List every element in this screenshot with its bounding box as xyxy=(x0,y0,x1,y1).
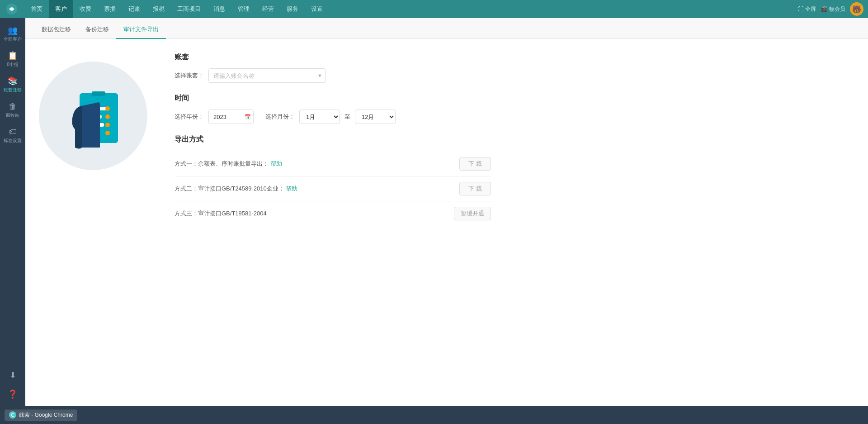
sidebar: 👥 全部客户 📋 0申报 📚 账套迁移 🗑 回收站 🏷 标签设置 ⬇ ❓ xyxy=(0,18,25,406)
time-section: 时间 选择年份： 📅 选择月份： 1月 2月 3月 4月 xyxy=(175,94,491,124)
svg-point-8 xyxy=(105,106,110,111)
nav-items: 首页 客户 收费 票据 记账 报税 工商项目 消息 管理 经营 服务 设置 xyxy=(24,0,798,18)
sidebar-item-recycle[interactable]: 🗑 回收站 xyxy=(0,98,25,123)
nav-customer[interactable]: 客户 xyxy=(49,0,73,18)
method-2-link[interactable]: 帮助 xyxy=(286,185,297,192)
nav-accounting[interactable]: 记账 xyxy=(122,0,146,18)
nav-message[interactable]: 消息 xyxy=(207,0,231,18)
export-method-2: 方式二：审计接口GB/T24589-2010企业： 帮助 下 载 xyxy=(175,176,491,201)
account-section: 账套 选择账套： ▼ xyxy=(175,52,491,83)
nav-home[interactable]: 首页 xyxy=(24,0,49,18)
method-2-text: 方式二：审计接口GB/T24589-2010企业： 帮助 xyxy=(175,185,297,193)
nav-service[interactable]: 服务 xyxy=(280,0,305,18)
tag-settings-icon: 🏷 xyxy=(9,128,17,136)
method-3-prefix: 方式三：审计接口GB/T19581-2004 xyxy=(175,210,267,217)
taskbar-chrome-label: 线索 - Google Chrome xyxy=(19,411,73,419)
sidebar-download-icon[interactable]: ⬇ xyxy=(5,367,21,383)
method-1-link[interactable]: 帮助 xyxy=(270,160,282,167)
nav-business[interactable]: 工商项目 xyxy=(171,0,207,18)
sidebar-label-account-migration: 账套迁移 xyxy=(4,87,22,93)
member-button[interactable]: 🎬 畅会员 xyxy=(821,5,845,13)
fullscreen-button[interactable]: ⛶ 全屏 xyxy=(798,5,816,13)
taskbar-chrome-item[interactable]: C 线索 - Google Chrome xyxy=(5,410,77,421)
export-section: 导出方式 方式一：余额表、序时账批量导出： 帮助 下 载 方式二：审计接口GB/… xyxy=(175,135,491,226)
illustration-svg xyxy=(52,71,134,161)
method-3-open-button[interactable]: 暂缓开通 xyxy=(454,207,491,220)
svg-point-9 xyxy=(105,114,110,119)
month-start-select[interactable]: 1月 2月 3月 4月 5月 6月 7月 8月 9月 10月 11月 12月 xyxy=(299,110,340,124)
sidebar-label-all-customers: 全部客户 xyxy=(4,36,22,43)
svg-point-1 xyxy=(10,8,13,10)
nav-settings[interactable]: 设置 xyxy=(305,0,329,18)
sidebar-item-all-customers[interactable]: 👥 全部客户 xyxy=(0,22,25,47)
sidebar-item-account-migration[interactable]: 📚 账套迁移 xyxy=(0,72,25,98)
avatar[interactable]: 🐻 xyxy=(850,2,863,16)
content-area: 数据包迁移 备份迁移 审计文件导出 xyxy=(25,18,868,406)
nav-fee[interactable]: 收费 xyxy=(73,0,98,18)
nav-operation[interactable]: 经营 xyxy=(256,0,280,18)
form-area: 账套 选择账套： ▼ 时间 选择年份： xyxy=(175,52,491,237)
chrome-icon-wrap: C xyxy=(9,411,16,419)
month-end-select[interactable]: 1月 2月 3月 4月 5月 6月 7月 8月 9月 10月 11月 12月 xyxy=(355,110,396,124)
sidebar-item-zero-declaration[interactable]: 📋 0申报 xyxy=(0,47,25,72)
nav-manage[interactable]: 管理 xyxy=(231,0,256,18)
recycle-icon: 🗑 xyxy=(9,102,17,110)
tab-backup-migration[interactable]: 备份迁移 xyxy=(78,21,116,39)
sidebar-label-recycle: 回收站 xyxy=(6,112,19,119)
app-logo[interactable] xyxy=(5,2,19,16)
tabs-bar: 数据包迁移 备份迁移 审计文件导出 xyxy=(25,18,868,39)
year-label: 选择年份： xyxy=(175,113,204,121)
to-label: 至 xyxy=(344,113,350,121)
zero-declaration-icon: 📋 xyxy=(8,52,18,60)
sidebar-help-icon[interactable]: ❓ xyxy=(5,386,21,402)
year-input[interactable] xyxy=(208,110,254,124)
tab-audit-export[interactable]: 审计文件导出 xyxy=(116,21,166,39)
svg-rect-12 xyxy=(92,91,105,96)
nav-tax[interactable]: 报税 xyxy=(146,0,171,18)
taskbar: C 线索 - Google Chrome xyxy=(0,406,868,424)
time-form-row: 选择年份： 📅 选择月份： 1月 2月 3月 4月 5月 6月 xyxy=(175,110,491,124)
method-2-download-button[interactable]: 下 载 xyxy=(459,182,491,195)
account-section-title: 账套 xyxy=(175,52,491,62)
method-1-download-button[interactable]: 下 载 xyxy=(459,157,491,171)
method-1-prefix: 方式一：余额表、序时账批量导出： xyxy=(175,160,269,167)
page-content: 账套 选择账套： ▼ 时间 选择年份： xyxy=(25,39,868,406)
sidebar-label-zero-declaration: 0申报 xyxy=(7,62,19,68)
tab-data-migration[interactable]: 数据包迁移 xyxy=(34,21,78,39)
main-layout: 👥 全部客户 📋 0申报 📚 账套迁移 🗑 回收站 🏷 标签设置 ⬇ ❓ 数据包… xyxy=(0,18,868,406)
method-3-text: 方式三：审计接口GB/T19581-2004 xyxy=(175,210,267,218)
top-nav: 首页 客户 收费 票据 记账 报税 工商项目 消息 管理 经营 服务 设置 ⛶ … xyxy=(0,0,868,18)
method-2-prefix: 方式二：审计接口GB/T24589-2010企业： xyxy=(175,185,284,192)
export-method-1: 方式一：余额表、序时账批量导出： 帮助 下 载 xyxy=(175,152,491,176)
all-customers-icon: 👥 xyxy=(8,26,18,34)
time-section-title: 时间 xyxy=(175,94,491,103)
account-select-label: 选择账套： xyxy=(175,71,204,80)
sidebar-label-tag-settings: 标签设置 xyxy=(4,138,22,144)
nav-invoice[interactable]: 票据 xyxy=(98,0,122,18)
illustration-circle xyxy=(39,62,147,170)
month-label: 选择月份： xyxy=(265,113,295,121)
svg-point-10 xyxy=(105,123,110,127)
sidebar-item-tag-settings[interactable]: 🏷 标签设置 xyxy=(0,123,25,148)
sidebar-bottom: ⬇ ❓ xyxy=(5,367,21,402)
method-1-text: 方式一：余额表、序时账批量导出： 帮助 xyxy=(175,160,282,168)
account-form-row: 选择账套： ▼ xyxy=(175,68,491,83)
chrome-icon: C xyxy=(11,412,14,418)
account-migration-icon: 📚 xyxy=(8,77,18,85)
export-method-3: 方式三：审计接口GB/T19581-2004 暂缓开通 xyxy=(175,201,491,226)
top-nav-right: ⛶ 全屏 🎬 畅会员 🐻 xyxy=(798,2,863,16)
illustration-wrap xyxy=(39,62,147,170)
account-select-input[interactable] xyxy=(208,68,326,83)
svg-point-11 xyxy=(105,131,110,135)
export-section-title: 导出方式 xyxy=(175,135,491,144)
